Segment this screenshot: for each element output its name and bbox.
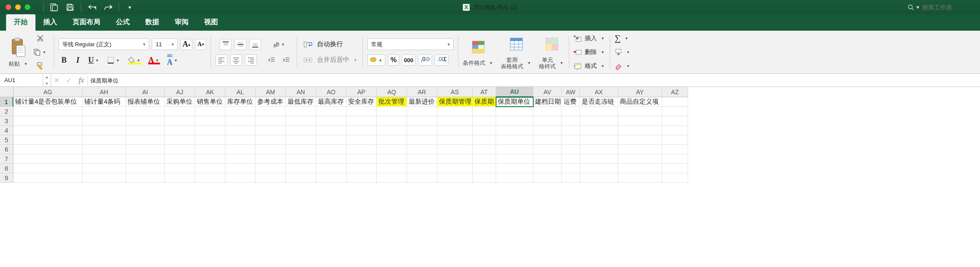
- cell-AJ2[interactable]: [165, 107, 195, 116]
- cell-AV1[interactable]: 建档日期: [533, 97, 562, 107]
- cell-AP5[interactable]: [346, 135, 377, 145]
- qat-customize-button[interactable]: ▾: [125, 3, 135, 12]
- cell-AS9[interactable]: [437, 173, 473, 183]
- cell-AN8[interactable]: [286, 164, 316, 173]
- sheet-search[interactable]: ▾: [908, 4, 980, 11]
- cell-AI7[interactable]: [126, 154, 165, 164]
- cell-AN9[interactable]: [286, 173, 316, 183]
- cell-AQ3[interactable]: [377, 116, 407, 126]
- cell-AR9[interactable]: [407, 173, 437, 183]
- orientation-dropdown[interactable]: [280, 42, 286, 47]
- cell-AS3[interactable]: [437, 116, 473, 126]
- cell-AX5[interactable]: [580, 135, 618, 145]
- cell-AS6[interactable]: [437, 145, 473, 154]
- cell-AP1[interactable]: 安全库存: [346, 97, 377, 107]
- cell-AT6[interactable]: [473, 145, 496, 154]
- clear-button[interactable]: [615, 60, 631, 72]
- cell-AO4[interactable]: [316, 126, 346, 135]
- cell-AW3[interactable]: [562, 116, 580, 126]
- insert-dropdown[interactable]: [599, 36, 605, 41]
- font-color-button[interactable]: A: [146, 54, 162, 66]
- cell-AX2[interactable]: [580, 107, 618, 116]
- name-box[interactable]: AU1: [0, 74, 43, 87]
- cell-AX9[interactable]: [580, 173, 618, 183]
- cell-AK4[interactable]: [195, 126, 225, 135]
- borders-dropdown[interactable]: [115, 58, 121, 63]
- column-header-AK[interactable]: AK: [195, 87, 225, 97]
- cell-AR5[interactable]: [407, 135, 437, 145]
- cell-AT7[interactable]: [473, 154, 496, 164]
- cell-AK5[interactable]: [195, 135, 225, 145]
- cell-AH9[interactable]: [83, 173, 126, 183]
- cell-AJ3[interactable]: [165, 116, 195, 126]
- column-header-AQ[interactable]: AQ: [377, 87, 407, 97]
- sheet-search-input[interactable]: [922, 4, 974, 11]
- cell-AI6[interactable]: [126, 145, 165, 154]
- cell-AV2[interactable]: [533, 107, 562, 116]
- cell-AZ2[interactable]: [662, 107, 688, 116]
- cell-AT1[interactable]: 保质期: [473, 97, 496, 107]
- cell-styles-button[interactable]: 单元 格样式: [539, 35, 564, 70]
- cell-AO7[interactable]: [316, 154, 346, 164]
- cell-AL2[interactable]: [225, 107, 256, 116]
- cell-AK7[interactable]: [195, 154, 225, 164]
- cell-AY9[interactable]: [618, 173, 662, 183]
- cell-AS5[interactable]: [437, 135, 473, 145]
- cell-AS4[interactable]: [437, 126, 473, 135]
- align-center-button[interactable]: [230, 54, 242, 66]
- cell-AQ6[interactable]: [377, 145, 407, 154]
- save-button[interactable]: [65, 3, 75, 12]
- cell-AP8[interactable]: [346, 164, 377, 173]
- cell-AM1[interactable]: 参考成本: [256, 97, 286, 107]
- cell-AI2[interactable]: [126, 107, 165, 116]
- cond-fmt-dropdown[interactable]: [488, 60, 494, 65]
- cell-AW1[interactable]: 运费: [562, 97, 580, 107]
- confirm-edit-button[interactable]: ✓: [63, 74, 75, 87]
- cell-AZ5[interactable]: [662, 135, 688, 145]
- cell-AM8[interactable]: [256, 164, 286, 173]
- fill-button[interactable]: [615, 47, 631, 58]
- cell-AK9[interactable]: [195, 173, 225, 183]
- insert-cells-button[interactable]: 插入: [573, 33, 605, 44]
- delete-cells-button[interactable]: 删除: [573, 47, 605, 58]
- cell-AG3[interactable]: [13, 116, 83, 126]
- undo-button[interactable]: ▾: [87, 3, 97, 12]
- cell-styles-dropdown[interactable]: [558, 60, 564, 65]
- cell-AZ6[interactable]: [662, 145, 688, 154]
- cell-AJ7[interactable]: [165, 154, 195, 164]
- cell-AW8[interactable]: [562, 164, 580, 173]
- row-header-1[interactable]: 1: [0, 97, 13, 107]
- maximize-window-button[interactable]: [25, 4, 30, 10]
- cell-AU4[interactable]: [496, 126, 533, 135]
- cell-AO8[interactable]: [316, 164, 346, 173]
- cell-AL5[interactable]: [225, 135, 256, 145]
- align-top-button[interactable]: [220, 39, 232, 50]
- cell-AT5[interactable]: [473, 135, 496, 145]
- format-dropdown[interactable]: [599, 64, 605, 68]
- column-header-AV[interactable]: AV: [533, 87, 562, 97]
- cell-AJ5[interactable]: [165, 135, 195, 145]
- format-cells-button[interactable]: 格式: [573, 60, 605, 72]
- underline-button[interactable]: U: [86, 54, 102, 66]
- tab-页面布局[interactable]: 页面布局: [65, 14, 108, 31]
- cell-AR2[interactable]: [407, 107, 437, 116]
- column-header-AJ[interactable]: AJ: [165, 87, 195, 97]
- cell-AG8[interactable]: [13, 164, 83, 173]
- clear-dropdown[interactable]: [625, 64, 631, 68]
- cell-AH1[interactable]: 辅计量4条码: [83, 97, 126, 107]
- row-header-3[interactable]: 3: [0, 116, 13, 126]
- font-size-select[interactable]: 11▾: [152, 38, 178, 50]
- cell-AM9[interactable]: [256, 173, 286, 183]
- cell-AJ6[interactable]: [165, 145, 195, 154]
- cell-AQ8[interactable]: [377, 164, 407, 173]
- autosum-button[interactable]: ∑: [615, 33, 629, 44]
- merge-dropdown[interactable]: [352, 57, 358, 62]
- cell-AN6[interactable]: [286, 145, 316, 154]
- fill-color-button[interactable]: [125, 54, 144, 66]
- cell-AW7[interactable]: [562, 154, 580, 164]
- increase-font-button[interactable]: A▴: [180, 39, 192, 50]
- cell-AY4[interactable]: [618, 126, 662, 135]
- cell-AI4[interactable]: [126, 126, 165, 135]
- cell-AK1[interactable]: 销售单位: [195, 97, 225, 107]
- merge-center-button[interactable]: 合并后居中: [301, 54, 358, 66]
